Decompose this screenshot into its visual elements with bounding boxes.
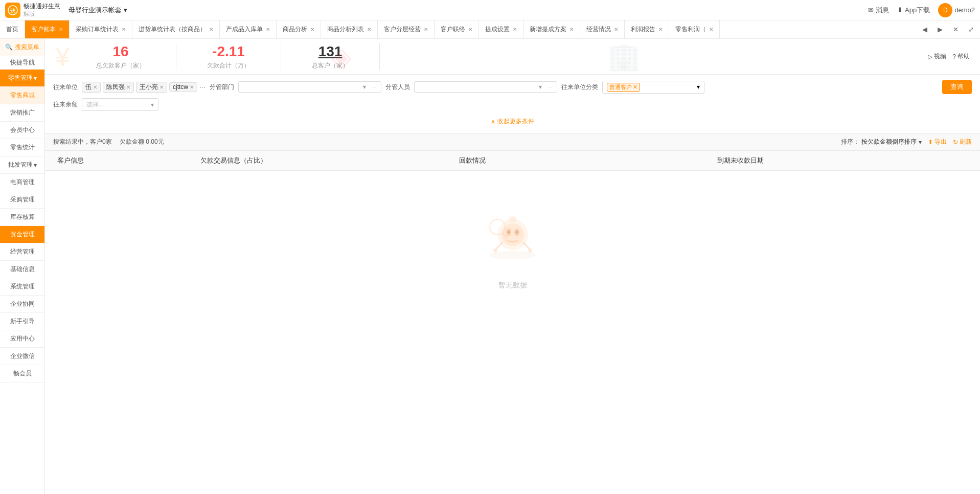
close-icon[interactable]: ✕ [614, 27, 618, 32]
close-icon[interactable]: ✕ [122, 27, 126, 32]
sidebar-item-business-mgmt[interactable]: 经营管理 [0, 243, 44, 261]
sidebar-item-app-center[interactable]: 应用中心 [0, 330, 44, 348]
dept-filter-select[interactable]: ▾ ··· [238, 81, 381, 93]
tab-stock-stats[interactable]: 进货单统计表（按商品） ✕ [132, 20, 220, 39]
tab-purchase-order[interactable]: 采购订单统计表 ✕ [70, 20, 132, 39]
header-left: 钱 畅捷通好生意 标版 母婴行业演示帐套 ▾ [5, 3, 131, 18]
sidebar-new-guide-label: 新手引导 [10, 318, 35, 325]
tag-wang-close[interactable]: ✕ [159, 84, 164, 90]
sidebar-item-stock-check[interactable]: 库存核算 [0, 209, 44, 226]
sidebar-item-member-center[interactable]: 会员中心 [0, 122, 44, 139]
sort-value[interactable]: 按欠款金额倒序排序 [861, 138, 917, 146]
tab-product-analysis[interactable]: 商品分析 ✕ [277, 20, 321, 39]
close-icon[interactable]: ✕ [310, 27, 314, 32]
query-button[interactable]: 查询 [942, 80, 972, 94]
chevron-down-icon: ▾ [34, 75, 37, 82]
yuan-icon: ¥ [55, 41, 70, 72]
sidebar-enterprise-wechat-label: 企业微信 [10, 352, 35, 360]
sidebar-quick-nav[interactable]: 快捷导航 [0, 56, 44, 70]
category-tag-close[interactable]: ✕ [633, 84, 637, 91]
tab-scroll-right[interactable]: ▶ [933, 23, 947, 37]
user-btn[interactable]: D demo2 [938, 3, 975, 17]
export-btn[interactable]: ⬆ 导出 [928, 138, 947, 146]
close-icon[interactable]: ✕ [424, 27, 428, 32]
tab-customer-book[interactable]: 客户账本 ✕ [25, 20, 70, 39]
chevron-down-icon[interactable]: ▾ [919, 139, 922, 146]
sidebar-item-enterprise-collab[interactable]: 企业协同 [0, 296, 44, 313]
close-icon[interactable]: ✕ [513, 27, 517, 32]
sidebar-item-marketing[interactable]: 营销推广 [0, 104, 44, 122]
sidebar-app-center-label: 应用中心 [10, 335, 35, 342]
col-overdue-date: 到期未收款日期 [713, 156, 972, 165]
tab-profit-report[interactable]: 利润报告 ✕ [625, 20, 669, 39]
tag-cjttcw-close[interactable]: ✕ [190, 84, 194, 90]
tab-customer-contact[interactable]: 客户联络 ✕ [435, 20, 479, 39]
tab-product-inbound[interactable]: 产成品入库单 ✕ [220, 20, 277, 39]
sidebar-enterprise-collab-label: 企业协同 [10, 300, 35, 307]
tab-customer-contact-label: 客户联络 [441, 25, 465, 34]
building-icon: 🏢 [607, 41, 641, 72]
tab-business-situation[interactable]: 经营情况 ✕ [580, 20, 625, 39]
tab-close-all[interactable]: ✕ [948, 23, 963, 37]
sidebar-item-system-mgmt[interactable]: 系统管理 [0, 278, 44, 296]
collapse-button[interactable]: ∧ 收起更多条件 [491, 117, 534, 126]
balance-filter-placeholder: 选择... [86, 100, 104, 109]
category-filter-select[interactable]: 普通客户 ✕ ▾ [602, 81, 704, 94]
table-area: 客户信息 欠款交易信息（占比） 回款情况 到期未收款日期 [45, 151, 980, 494]
refresh-btn[interactable]: ↻ 刷新 [953, 138, 972, 146]
chevron-down-icon: ▾ [539, 83, 542, 91]
export-icon: ⬆ [928, 139, 933, 146]
app-download-btn[interactable]: ⬇ App下载 [897, 6, 930, 15]
filter-area: 往来单位 伍 ✕ 陈民强 ✕ 王小亮 ✕ cjttcw [45, 75, 980, 133]
sidebar-item-purchase-mgmt[interactable]: 采购管理 [0, 191, 44, 209]
tab-customer-tier[interactable]: 客户分层经营 ✕ [378, 20, 435, 39]
sidebar-item-ecommerce-mgmt[interactable]: 电商管理 [0, 174, 44, 191]
tab-product-analysis-list-label: 商品分析列表 [327, 25, 364, 34]
person-more-btn[interactable]: ··· [548, 84, 553, 90]
tag-wang-label: 王小亮 [140, 83, 158, 92]
tags-more-btn[interactable]: ··· [199, 83, 206, 91]
stat-total-customers: 16 总欠款客户（家） [55, 43, 176, 70]
close-icon[interactable]: ✕ [266, 27, 270, 32]
close-icon[interactable]: ✕ [468, 27, 472, 32]
close-icon[interactable]: ✕ [367, 27, 371, 32]
tab-new-promote[interactable]: 新增提成方案 ✕ [523, 20, 580, 39]
help-btn[interactable]: ? 帮助 [952, 52, 970, 61]
tag-wu-close[interactable]: ✕ [93, 84, 97, 90]
tab-scroll-left[interactable]: ◀ [918, 23, 932, 37]
sidebar-search[interactable]: 🔍 搜索菜单 [0, 39, 44, 56]
close-icon[interactable]: ✕ [59, 27, 63, 32]
tab-promote-settings[interactable]: 提成设置 ✕ [479, 20, 523, 39]
sidebar-item-enterprise-wechat[interactable]: 企业微信 [0, 348, 44, 365]
logo-sub: 标版 [24, 10, 60, 17]
tag-chen-close[interactable]: ✕ [126, 84, 130, 90]
col-customer-info: 客户信息 [53, 156, 196, 165]
result-customers-text: 搜索结果中，客户0家 [53, 138, 112, 145]
sidebar-item-retail-stats[interactable]: 零售统计 [0, 139, 44, 156]
balance-filter-select[interactable]: 选择... ▾ [82, 98, 158, 111]
video-btn[interactable]: ▷ 视频 [928, 52, 946, 61]
sidebar-item-retail-mall[interactable]: 零售商城 [0, 87, 44, 104]
sidebar-item-capital-mgmt[interactable]: 资金管理 [0, 226, 44, 243]
messages-btn[interactable]: ✉ 消息 [868, 6, 889, 15]
close-icon[interactable]: ✕ [658, 27, 663, 32]
sidebar-item-member-vip[interactable]: 畅会员 [0, 365, 44, 383]
tab-home[interactable]: 首页 [0, 20, 25, 39]
sidebar-item-batch-mgmt[interactable]: 批发管理 ▾ [0, 156, 44, 174]
tab-product-analysis-list[interactable]: 商品分析列表 ✕ [321, 20, 378, 39]
sidebar-item-retail-mgmt[interactable]: 零售管理 ▾ [0, 70, 44, 87]
dept-more-btn[interactable]: ··· [372, 84, 377, 90]
tab-expand[interactable]: ⤢ [964, 23, 978, 37]
sidebar-item-basic-info[interactable]: 基础信息 [0, 261, 44, 278]
tab-retail-profit[interactable]: 零售利润（ ✕ [669, 20, 720, 39]
person-filter-select[interactable]: ▾ ··· [414, 81, 557, 93]
refresh-icon: ↻ [953, 139, 958, 146]
close-icon[interactable]: ✕ [709, 27, 713, 32]
close-icon[interactable]: ✕ [209, 27, 213, 32]
sidebar-item-new-guide[interactable]: 新手引导 [0, 313, 44, 330]
overdue-amount-value: -2.11 [212, 43, 245, 60]
tag-cjttcw-label: cjttcw [173, 83, 188, 91]
company-selector[interactable]: 母婴行业演示帐套 ▾ [64, 4, 131, 17]
close-icon[interactable]: ✕ [569, 27, 574, 32]
message-icon: ✉ [868, 6, 874, 14]
